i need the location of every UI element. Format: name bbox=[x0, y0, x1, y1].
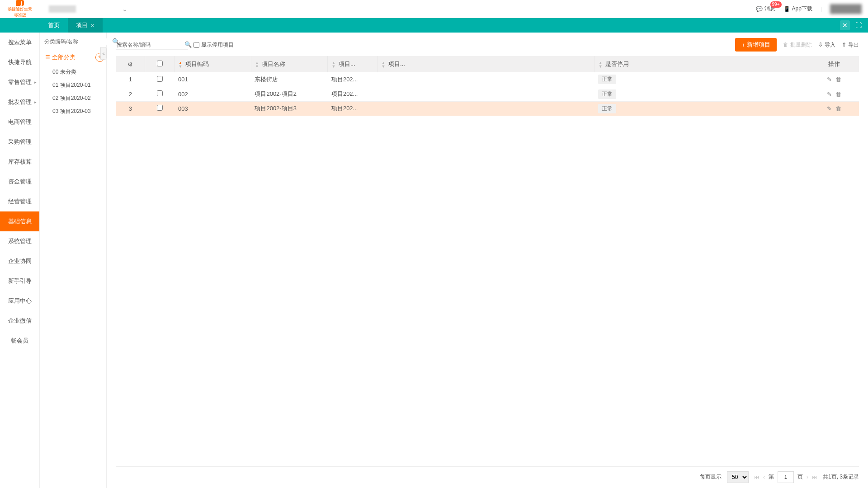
close-all-tabs-button[interactable]: ✕ bbox=[840, 20, 850, 30]
page-suffix: 页 bbox=[797, 473, 803, 481]
edit-icon[interactable]: ✎ bbox=[827, 76, 832, 83]
content-area: 🔍 显示停用项目 + 新增项目 🗑 批量删除 ⇩ 导入 bbox=[107, 33, 868, 488]
project-table: ⚙ ▲▼ 项目编码 ▲▼ 项目名称 ▲▼ 项目... bbox=[116, 56, 859, 116]
tab-home[interactable]: 首页 bbox=[40, 18, 68, 33]
export-button[interactable]: ⇧ 导出 bbox=[842, 41, 859, 49]
nav-item[interactable]: 系统管理 bbox=[0, 231, 39, 251]
app-download-button[interactable]: 📱 App下载 bbox=[783, 5, 812, 13]
nav-item[interactable]: 电商管理 bbox=[0, 112, 39, 132]
tree-item[interactable]: 01 项目2020-01 bbox=[51, 79, 106, 92]
column-extra2[interactable]: ▲▼ 项目... bbox=[377, 56, 594, 72]
tree-item[interactable]: 03 项目2020-03 bbox=[51, 105, 106, 118]
delete-icon[interactable]: 🗑 bbox=[835, 76, 841, 83]
nav-item[interactable]: 新手引导 bbox=[0, 271, 39, 291]
column-code[interactable]: ▲▼ 项目编码 bbox=[175, 56, 251, 72]
table-row[interactable]: 1001东楼街店项目202...正常✎🗑 bbox=[116, 72, 859, 87]
left-nav: 搜索菜单快捷导航零售管理▸批发管理▸电商管理采购管理库存核算资金管理经营管理基础… bbox=[0, 33, 40, 488]
message-icon: 💬 bbox=[756, 6, 763, 12]
checkbox[interactable] bbox=[157, 90, 163, 96]
cell-status: 正常 bbox=[594, 101, 809, 116]
cell-code: 001 bbox=[175, 72, 251, 87]
delete-icon[interactable]: 🗑 bbox=[835, 105, 841, 112]
batch-delete-label: 批量删除 bbox=[790, 41, 812, 49]
prev-page-button[interactable]: ‹ bbox=[763, 474, 765, 480]
nav-item[interactable]: 零售管理▸ bbox=[0, 72, 39, 92]
close-icon[interactable]: ✕ bbox=[90, 23, 94, 28]
nav-item[interactable]: 库存核算 bbox=[0, 152, 39, 172]
nav-item[interactable]: 采购管理 bbox=[0, 132, 39, 152]
tree-item[interactable]: 02 项目2020-02 bbox=[51, 92, 106, 105]
cell-checkbox[interactable] bbox=[145, 101, 175, 116]
batch-delete-button[interactable]: 🗑 批量删除 bbox=[783, 41, 812, 49]
status-badge: 正常 bbox=[598, 89, 616, 99]
search-icon[interactable]: 🔍 bbox=[184, 41, 192, 48]
status-badge: 正常 bbox=[598, 75, 616, 84]
import-label: 导入 bbox=[825, 41, 835, 49]
pagination: 每页显示 50 ⏮ ‹ 第 页 › ⏭ 共1页, 3条记录 bbox=[116, 466, 859, 484]
column-settings[interactable]: ⚙ bbox=[116, 56, 145, 72]
export-label: 导出 bbox=[848, 41, 859, 49]
cell-index: 3 bbox=[116, 101, 145, 116]
checkbox[interactable] bbox=[157, 76, 163, 82]
cell-name: 项目2002-项目3 bbox=[251, 101, 327, 116]
tree-item[interactable]: 00 未分类 bbox=[51, 66, 106, 79]
import-button[interactable]: ⇩ 导入 bbox=[818, 41, 835, 49]
column-select-all[interactable] bbox=[145, 56, 175, 72]
trash-icon: 🗑 bbox=[783, 42, 788, 48]
add-label: 新增项目 bbox=[747, 41, 770, 49]
first-page-button[interactable]: ⏮ bbox=[754, 474, 760, 480]
per-page-label: 每页显示 bbox=[700, 473, 722, 481]
table-row[interactable]: 3003项目2002-项目3项目202...正常✎🗑 bbox=[116, 101, 859, 116]
edit-icon[interactable]: ✎ bbox=[827, 105, 832, 112]
checkbox[interactable] bbox=[193, 42, 199, 48]
collapse-tree-button[interactable]: « bbox=[100, 47, 107, 60]
cell-checkbox[interactable] bbox=[145, 87, 175, 101]
page-prefix: 第 bbox=[769, 473, 774, 481]
export-icon: ⇧ bbox=[842, 42, 846, 48]
add-project-button[interactable]: + 新增项目 bbox=[735, 38, 777, 52]
company-selector[interactable]: ⌄ bbox=[45, 3, 131, 15]
show-disabled-checkbox[interactable]: 显示停用项目 bbox=[193, 41, 234, 49]
nav-item[interactable]: 基础信息 bbox=[0, 211, 39, 231]
column-extra1[interactable]: ▲▼ 项目... bbox=[328, 56, 377, 72]
table-body: 1001东楼街店项目202...正常✎🗑2002项目2002-项目2项目202.… bbox=[116, 72, 859, 116]
nav-item[interactable]: 搜索菜单 bbox=[0, 33, 39, 52]
nav-item[interactable]: 应用中心 bbox=[0, 291, 39, 311]
column-name[interactable]: ▲▼ 项目名称 bbox=[251, 56, 327, 72]
table-row[interactable]: 2002项目2002-项目2项目202...正常✎🗑 bbox=[116, 87, 859, 101]
tab-project[interactable]: 项目 ✕ bbox=[68, 18, 103, 33]
tree-root[interactable]: ☰ 全部分类 ✎ bbox=[43, 49, 106, 66]
user-avatar[interactable] bbox=[830, 4, 862, 14]
tree-root-label: 全部分类 bbox=[52, 53, 75, 61]
nav-item[interactable]: 企业协同 bbox=[0, 251, 39, 271]
next-page-button[interactable]: › bbox=[807, 474, 808, 480]
checkbox[interactable] bbox=[157, 61, 163, 66]
status-badge: 正常 bbox=[598, 104, 616, 113]
sort-icon: ▲▼ bbox=[255, 61, 259, 68]
per-page-select[interactable]: 50 bbox=[727, 471, 749, 483]
tree-search-input[interactable] bbox=[44, 38, 112, 45]
nav-item[interactable]: 快捷导航 bbox=[0, 52, 39, 72]
chevron-right-icon: ▸ bbox=[34, 80, 37, 84]
nav-item[interactable]: 企业微信 bbox=[0, 311, 39, 331]
last-page-button[interactable]: ⏭ bbox=[812, 474, 817, 480]
cell-checkbox[interactable] bbox=[145, 72, 175, 87]
page-input[interactable] bbox=[778, 471, 794, 483]
nav-item[interactable]: 畅会员 bbox=[0, 331, 39, 351]
edit-icon[interactable]: ✎ bbox=[827, 91, 832, 98]
sort-icon: ▲▼ bbox=[331, 61, 335, 68]
fullscreen-button[interactable]: ⛶ bbox=[854, 20, 863, 30]
nav-item[interactable]: 批发管理▸ bbox=[0, 92, 39, 112]
search-input[interactable] bbox=[117, 42, 184, 48]
column-status[interactable]: ▲▼ 是否停用 bbox=[594, 56, 809, 72]
chevron-down-icon: ⌄ bbox=[122, 5, 127, 13]
tree-list: 00 未分类01 项目2020-0102 项目2020-0203 项目2020-… bbox=[43, 66, 106, 118]
messages-button[interactable]: 💬 消息 99+ bbox=[756, 5, 775, 13]
nav-item[interactable]: 经营管理 bbox=[0, 192, 39, 211]
pager-summary: 共1页, 3条记录 bbox=[823, 473, 859, 481]
cell-extra2 bbox=[377, 101, 594, 116]
search-icon[interactable]: 🔍 bbox=[112, 38, 120, 45]
checkbox[interactable] bbox=[157, 105, 163, 111]
delete-icon[interactable]: 🗑 bbox=[835, 91, 841, 98]
nav-item[interactable]: 资金管理 bbox=[0, 172, 39, 192]
